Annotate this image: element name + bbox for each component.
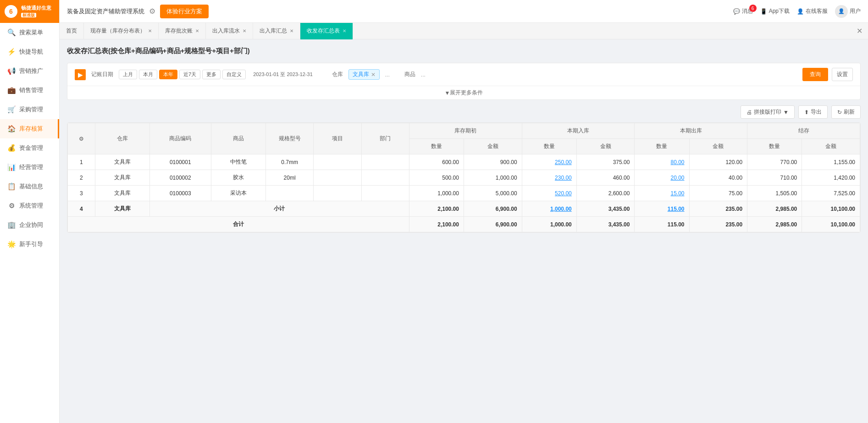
newguide-icon: 🌟 [7,240,16,248]
th-warehouse: 仓库 [95,123,149,154]
topbar-settings-icon[interactable]: ⚙ [149,7,155,16]
row3-warehouse: 文具库 [95,186,149,201]
th-spec: 规格型号 [265,123,313,154]
row3-project [314,186,361,201]
setting-button[interactable]: 设置 [832,68,853,81]
subtotal-out-qty[interactable]: 115.00 [635,201,689,217]
sidebar-item-label: 营销推广 [19,67,43,75]
sidebar-item-sales[interactable]: 💼 销售管理 [0,81,59,100]
row3-in-amt: 2,600.00 [576,186,635,201]
print-button[interactable]: 🖨 拼接版打印 ▼ [741,105,795,119]
sidebar-item-label: 基础信息 [19,182,43,191]
row2-out-amt: 40.00 [689,170,747,186]
row2-bal-amt: 1,420.00 [802,170,860,186]
online-service-button[interactable]: 👤 在线客服 [797,7,828,15]
sidebar-item-inventory[interactable]: 🏠 库存核算 [0,119,59,138]
row3-in-qty[interactable]: 520.00 [522,186,576,201]
tab-inout-flow[interactable]: 出入库流水 ✕ [206,23,253,39]
expand-chevron: ▼ [445,90,450,96]
sidebar-item-marketing[interactable]: 📢 营销推广 [0,61,59,81]
row1-warehouse: 文具库 [95,154,149,170]
subtotal-label: 小计 [149,201,409,217]
tab-close-icon[interactable]: ✕ [195,28,199,33]
system-icon: ⚙ [7,202,16,210]
sidebar-item-label: 资金管理 [19,144,43,152]
tab-recv-send-label: 收发存汇总表 [307,27,340,35]
user-menu[interactable]: 👤 用户 [835,5,861,18]
sidebar-item-search[interactable]: 🔍 搜索菜单 [0,23,59,42]
sidebar-item-finance[interactable]: 💰 资金管理 [0,138,59,158]
sidebar-item-label: 库存核算 [19,125,43,133]
sidebar-item-quicknav[interactable]: ⚡ 快捷导航 [0,42,59,61]
th-dept: 部门 [361,123,409,154]
settings-icon[interactable]: ⚙ [79,136,84,142]
row1-in-amt: 375.00 [576,154,635,170]
tab-close-all[interactable]: ✕ [851,27,868,35]
enterprise-icon: 🏢 [7,221,16,229]
tab-close-icon[interactable]: ✕ [290,28,293,33]
system-title: 装备及固定资产辅助管理系统 [67,7,144,16]
filter-toggle[interactable]: ▶ [75,69,86,80]
product-more[interactable]: ... [421,71,426,78]
row3-out-qty[interactable]: 15.00 [635,186,689,201]
th-settings[interactable]: ⚙ [68,123,95,154]
date-btn-custom[interactable]: 自定义 [222,70,246,79]
row1-out-qty[interactable]: 80.00 [635,154,689,170]
warehouse-tag[interactable]: 文具库 ✕ [348,69,380,80]
subtotal-warehouse: 文具库 [95,201,149,217]
row3-out-amt: 75.00 [689,186,747,201]
message-button[interactable]: 💬 6 消息 [733,7,753,15]
tab-inventory-dist-label: 现存量（库存分布表） [90,27,145,35]
row3-name: 采访本 [211,186,265,201]
row2-in-amt: 460.00 [576,170,635,186]
row1-opening-qty: 600.00 [409,154,464,170]
sidebar-item-system[interactable]: ⚙ 系统管理 [0,196,59,215]
warehouse-tag-close[interactable]: ✕ [371,71,376,78]
date-btn-thisyear[interactable]: 本年 [159,70,177,79]
warehouse-more[interactable]: ... [385,71,390,78]
tab-close-icon[interactable]: ✕ [343,28,346,33]
row1-in-qty[interactable]: 250.00 [522,154,576,170]
expand-more-btn[interactable]: ▼ 展开更多条件 [67,86,860,99]
sidebar-item-purchase[interactable]: 🛒 采购管理 [0,100,59,119]
sidebar-item-basicinfo[interactable]: 📋 基础信息 [0,177,59,196]
table-row: 2 文具库 0100002 胶水 20ml 500.00 1,000.00 23… [68,170,860,186]
row3-spec [265,186,313,201]
sidebar-item-enterprise[interactable]: 🏢 企业协同 [0,215,59,235]
total-in-qty: 1,000.00 [522,217,576,232]
sidebar-item-operations[interactable]: 📊 经营管理 [0,158,59,177]
subtotal-in-qty[interactable]: 1,000.00 [522,201,576,217]
th-out-qty: 数量 [635,139,689,154]
sidebar-item-label: 搜索菜单 [19,28,43,37]
date-btn-more[interactable]: 更多 [202,70,221,79]
basicinfo-icon: 📋 [7,182,16,191]
query-button[interactable]: 查询 [802,68,828,81]
row1-name: 中性笔 [211,154,265,170]
tab-close-icon[interactable]: ✕ [243,28,246,33]
tab-close-icon[interactable]: ✕ [148,28,152,33]
date-btn-7days[interactable]: 近7天 [179,70,200,79]
row2-name: 胶水 [211,170,265,186]
date-btn-lastmonth[interactable]: 上月 [119,70,137,79]
row1-opening-amt: 900.00 [464,154,522,170]
row2-code: 0100002 [149,170,211,186]
tab-recv-send[interactable]: 收发存汇总表 ✕ [300,23,353,39]
tab-home[interactable]: 首页 [60,23,84,39]
tab-inout-summary[interactable]: 出入库汇总 ✕ [253,23,300,39]
tab-inventory-dist[interactable]: 现存量（库存分布表） ✕ [84,23,159,39]
filter-panel: ▶ 记账日期 上月 本月 本年 近7天 更多 自定义 2023-01-01 至 … [67,63,861,100]
row3-bal-qty: 1,505.00 [747,186,802,201]
tab-batch[interactable]: 库存批次账 ✕ [159,23,206,39]
refresh-button[interactable]: ↻ 刷新 [831,105,861,119]
row2-out-qty[interactable]: 20.00 [635,170,689,186]
sidebar-item-newguide[interactable]: 🌟 新手引导 [0,235,59,254]
experience-button[interactable]: 体验行业方案 [160,5,209,18]
export-button[interactable]: ⬆ 导出 [798,105,828,119]
date-btn-thismonth[interactable]: 本月 [139,70,157,79]
app-download-button[interactable]: 📱 App下载 [760,7,790,15]
phone-icon: 📱 [760,8,767,15]
total-bal-qty: 2,985.00 [747,217,802,232]
row2-in-qty[interactable]: 230.00 [522,170,576,186]
row2-project [314,170,361,186]
th-balance: 结存 [747,123,860,139]
